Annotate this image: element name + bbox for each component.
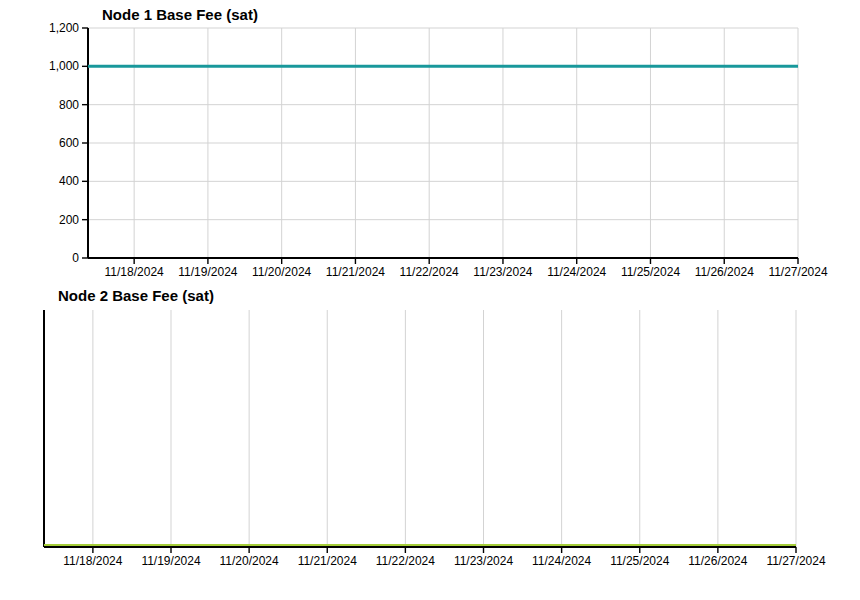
x-tick-label: 11/21/2024 [326,265,385,279]
x-tick-label: 11/18/2024 [63,554,122,568]
y-tick-label: 1,000 [49,59,79,73]
x-tick-label: 11/22/2024 [376,554,435,568]
x-tick-label: 11/22/2024 [400,265,459,279]
chart-node1-base-fee: Node 1 Base Fee (sat) 02004006008001,000… [0,0,860,285]
y-tick-label: 200 [59,213,79,227]
x-tick-label: 11/21/2024 [298,554,357,568]
x-tick-label: 11/23/2024 [473,265,532,279]
y-tick-label: 800 [59,98,79,112]
y-tick-label: 600 [59,136,79,150]
x-tick-label: 11/19/2024 [141,554,200,568]
chart-node1-plot-area: 02004006008001,0001,20011/18/202411/19/2… [0,0,860,285]
chart-node2-base-fee: Node 2 Base Fee (sat) 11/18/202411/19/20… [0,285,860,600]
x-tick-label: 11/19/2024 [178,265,237,279]
y-tick-label: 1,200 [49,21,79,35]
base-fee-charts-page: Node 1 Base Fee (sat) 02004006008001,000… [0,0,860,600]
x-tick-label: 11/25/2024 [610,554,669,568]
x-tick-label: 11/25/2024 [621,265,680,279]
x-tick-label: 11/23/2024 [454,554,513,568]
x-tick-label: 11/27/2024 [768,265,827,279]
x-tick-label: 11/20/2024 [252,265,311,279]
x-tick-label: 11/26/2024 [688,554,747,568]
x-tick-label: 11/20/2024 [220,554,279,568]
y-tick-label: 0 [72,251,79,265]
y-tick-label: 400 [59,174,79,188]
x-tick-label: 11/27/2024 [766,554,825,568]
chart-node2-plot-area: 11/18/202411/19/202411/20/202411/21/2024… [0,285,860,600]
x-tick-label: 11/26/2024 [695,265,754,279]
x-tick-label: 11/18/2024 [105,265,164,279]
x-tick-label: 11/24/2024 [532,554,591,568]
x-tick-label: 11/24/2024 [547,265,606,279]
